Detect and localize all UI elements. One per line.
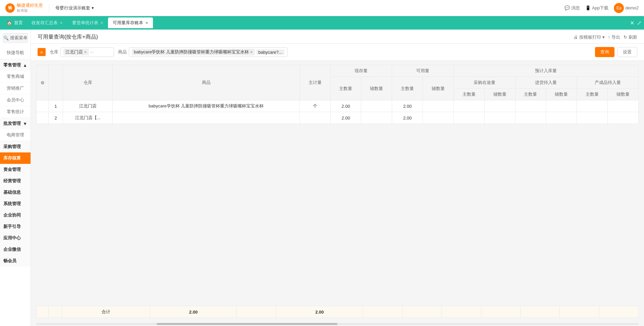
mobile-icon: 📱: [585, 5, 591, 10]
top-divider: [49, 4, 49, 12]
logo-icon: 畅: [5, 3, 15, 13]
row1-product: babycare学饮杯 儿童防摔防撞吸管杯重力球吸嘴杯宝宝水杯: [113, 100, 300, 112]
sidebar-item-ecommerce[interactable]: 电商管理: [0, 129, 31, 141]
product-tags[interactable]: babycare学饮杯 儿童防摔防撞吸管杯重力球吸嘴杯宝宝水杯 ✕ babyca…: [129, 47, 287, 57]
footer-available-main: 2.00: [276, 306, 363, 318]
sidebar-item-member[interactable]: 会员中心: [0, 94, 31, 106]
th-settings[interactable]: ⚙: [37, 65, 49, 100]
scroll-thumb[interactable]: [157, 323, 337, 325]
sidebar-section-purchase[interactable]: 采购管理: [0, 141, 31, 152]
tab-receipt-summary-close[interactable]: ✕: [60, 21, 63, 25]
scroll-track[interactable]: [36, 323, 639, 325]
logo-area: 畅 畅捷通好生意 标准版: [5, 3, 43, 13]
export-icon: ↑: [608, 35, 610, 40]
search-menu-btn[interactable]: 🔍 搜索菜单: [3, 33, 28, 43]
print-label: 按模板打印: [579, 34, 601, 40]
scroll-bar-area: [31, 322, 644, 326]
message-label: 消息: [571, 5, 580, 11]
app-download-btn[interactable]: 📱 App下载: [585, 5, 608, 11]
th-purchase-aux: 辅数量: [484, 89, 515, 100]
row1-seq: 1: [49, 100, 63, 112]
tab-available-inventory-close[interactable]: ✕: [145, 21, 148, 25]
settings-button[interactable]: 设置: [617, 47, 637, 57]
top-bar-right: 💬 消息 📱 App下载 Ea demo2: [565, 3, 639, 13]
tab-order-stat-label: 要货单统计表: [72, 20, 98, 26]
footer-production-aux: [599, 306, 638, 318]
logo-text-area: 畅捷通好生意 标准版: [17, 3, 43, 13]
industry-select[interactable]: 母婴行业演示账套 ▾: [55, 5, 94, 11]
logo-sub: 标准版: [17, 8, 43, 13]
row1-settings: [37, 100, 49, 112]
tab-order-stat-close[interactable]: ✕: [100, 21, 103, 25]
sidebar-item-quick-nav[interactable]: 快捷导航: [0, 46, 31, 59]
tab-receipt-summary[interactable]: 收发存汇总表 ✕: [27, 17, 67, 28]
sidebar-section-vip[interactable]: 畅会员: [0, 255, 31, 267]
row1-incoming-aux: [546, 100, 577, 112]
row2-purchase-aux: [484, 112, 515, 124]
tab-expand-btn[interactable]: ⤢: [637, 20, 641, 26]
retail-stats-label: 零售统计: [7, 109, 24, 114]
sidebar-item-marketing[interactable]: 营销推广: [0, 83, 31, 94]
product-tag-2-text: babycare?...: [258, 50, 282, 55]
app-download-label: App下载: [592, 5, 608, 11]
username: demo2: [625, 5, 639, 10]
sidebar-item-retail-stats[interactable]: 零售统计: [0, 106, 31, 118]
footer-empty-settings: [37, 306, 49, 318]
row2-available-main: 2.00: [392, 112, 423, 124]
row2-product: [113, 112, 300, 124]
print-btn[interactable]: 🖨 按模板打印 ▾: [574, 34, 605, 40]
tab-home-label: 首页: [14, 20, 23, 26]
footer-available-aux: [363, 306, 402, 318]
row1-available-main: 2.00: [392, 100, 423, 112]
message-icon: 💬: [565, 5, 570, 10]
sidebar-section-operations[interactable]: 经营管理: [0, 175, 31, 187]
sidebar-section-inventory[interactable]: 库存核算: [0, 152, 31, 164]
row1-unit: 个: [300, 100, 330, 112]
refresh-btn[interactable]: ↻ 刷新: [624, 34, 637, 40]
sidebar-search-area: 🔍 搜索菜单: [0, 30, 31, 46]
app-center-label: 应用中心: [3, 235, 21, 241]
industry-name: 母婴行业演示账套: [55, 5, 90, 11]
tab-order-stat[interactable]: 要货单统计表 ✕: [67, 17, 108, 28]
row1-production-aux: [608, 100, 639, 112]
sidebar-section-system[interactable]: 系统管理: [0, 198, 31, 209]
row1-stock-main: 2.00: [330, 100, 361, 112]
logo-text: 畅捷通好生意: [17, 3, 43, 8]
sidebar-section-basic[interactable]: 基础信息: [0, 187, 31, 198]
row1-production-main: [577, 100, 608, 112]
query-button[interactable]: 查询: [595, 47, 614, 57]
row2-stock-aux: [361, 112, 392, 124]
row2-incoming-main: [515, 112, 546, 124]
filter-actions: 查询 设置: [595, 47, 637, 57]
warehouse-tags[interactable]: 江北门店 ✕ ···: [60, 47, 114, 57]
tab-available-inventory[interactable]: 可用量库存账本 ✕: [108, 17, 153, 28]
sidebar-section-newbie[interactable]: 新手引导: [0, 221, 31, 232]
sidebar-section-wholesale[interactable]: 批发管理 ▼: [0, 118, 31, 129]
warehouse-more[interactable]: ···: [90, 50, 94, 54]
product-tag-1-close[interactable]: ✕: [250, 50, 253, 54]
tab-home[interactable]: 🏠 首页: [3, 17, 27, 28]
sidebar-section-enterprise[interactable]: 企业协同: [0, 209, 31, 221]
footer-row: 合计 2.00 2.00: [37, 306, 639, 318]
sidebar-section-retail[interactable]: 零售管理 ▲: [0, 59, 31, 71]
filter-expand-btn[interactable]: »: [38, 48, 46, 56]
message-btn[interactable]: 💬 消息: [565, 5, 580, 11]
th-incoming-group: 进货待入量: [515, 77, 577, 89]
tab-close-all-btn[interactable]: ✕: [630, 20, 634, 26]
th-seq: [49, 65, 63, 100]
table-row: 1 江北门店 babycare学饮杯 儿童防摔防撞吸管杯重力球吸嘴杯宝宝水杯 个…: [37, 100, 639, 112]
sidebar-section-app-center[interactable]: 应用中心: [0, 232, 31, 244]
sidebar-section-finance[interactable]: 资金管理: [0, 164, 31, 175]
user-area[interactable]: Ea demo2: [614, 3, 639, 13]
avatar: Ea: [614, 3, 624, 13]
th-stock-aux: 辅数量: [361, 77, 392, 100]
th-incoming-aux: 辅数量: [546, 89, 577, 100]
product-filter: 商品 babycare学饮杯 儿童防摔防撞吸管杯重力球吸嘴杯宝宝水杯 ✕ bab…: [118, 47, 287, 57]
sidebar-item-retail-shop[interactable]: 零售商城: [0, 71, 31, 83]
ecommerce-label: 电商管理: [7, 132, 24, 137]
warehouse-tag-1-close[interactable]: ✕: [84, 50, 87, 54]
row2-incoming-aux: [546, 112, 577, 124]
export-btn[interactable]: ↑ 导出: [608, 34, 621, 40]
sidebar-section-wechat[interactable]: 企业微信: [0, 244, 31, 255]
th-stock-group: 现存量: [330, 65, 392, 77]
